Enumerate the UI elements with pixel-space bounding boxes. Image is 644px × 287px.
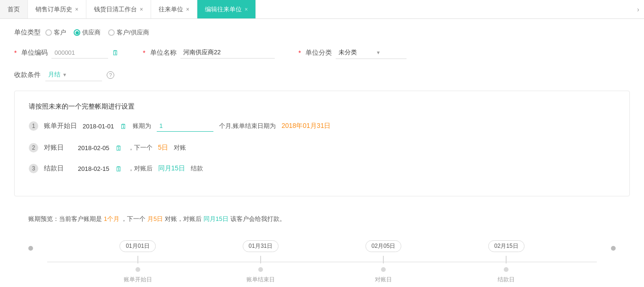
tab-sales-order-label: 销售订单历史 <box>35 5 72 14</box>
cond-num-2: 2 <box>29 143 38 152</box>
radio-supplier-circle <box>74 29 80 36</box>
cond-label-1: 账单开始日 <box>44 122 77 130</box>
category-label: 单位分类 <box>305 49 332 57</box>
timeline-node-4: 02月15日 结款日 <box>488 240 525 284</box>
close-sales-order-icon[interactable]: × <box>75 6 78 13</box>
cond-row-3: 3 结款日 2018-02-15 🗓 ，对账后 同月15日 结款 <box>29 164 615 173</box>
main-content: 单位类型 客户 供应商 客户/供应商 * 单位编码 🗓 * 单位名称 <box>0 19 644 287</box>
payment-select[interactable]: 月结 ▼ <box>45 68 102 81</box>
timeline-label-2: 账单结束日 <box>246 276 275 284</box>
cond-calendar-1[interactable]: 🗓 <box>120 122 127 130</box>
payment-row: 收款条件 月结 ▼ ? <box>14 68 630 81</box>
condition-card: 请按照未来的一个完整帐期进行设置 1 账单开始日 2018-01-01 🗓 账期… <box>14 91 630 196</box>
name-label: 单位名称 <box>150 49 177 57</box>
radio-supplier[interactable]: 供应商 <box>74 28 101 37</box>
cond-label-3: 结款日 <box>44 164 72 173</box>
timeline-dot-2 <box>258 267 263 272</box>
timeline-badge-4: 02月15日 <box>488 240 525 252</box>
unit-type-label: 单位类型 <box>14 28 41 37</box>
category-dropdown-arrow: ▼ <box>376 50 381 55</box>
timeline-stem-1 <box>137 256 138 263</box>
timeline-left-end <box>28 240 33 251</box>
tab-home[interactable]: 首页 <box>0 0 28 18</box>
cond-desc-1b: 个月,账单结束日期为 <box>219 122 276 130</box>
cond-row-2: 2 对账日 2018-02-05 🗓 ，下一个 5日 对账 <box>29 143 615 152</box>
timeline-stem-2 <box>260 256 261 263</box>
timeline-stem-4 <box>506 256 507 263</box>
timeline-label-4: 结款日 <box>498 276 515 284</box>
cond-end-date: 2018年01月31日 <box>281 122 330 130</box>
radio-both-label: 客户/供应商 <box>117 28 149 37</box>
cond-calendar-2[interactable]: 🗓 <box>115 144 122 152</box>
category-select[interactable]: 未分类 ▼ <box>336 46 407 59</box>
timeline-label-1: 账单开始日 <box>124 276 152 284</box>
payment-label: 收款条件 <box>14 71 41 79</box>
radio-both[interactable]: 客户/供应商 <box>108 28 149 37</box>
timeline-container: 01月01日 账单开始日 01月31日 账单结束日 02月05日 <box>28 236 616 287</box>
name-required: * <box>143 49 145 57</box>
cond-date-2: 2018-02-05 <box>78 144 110 152</box>
code-label: 单位编码 <box>21 49 48 57</box>
preview-prefix: 账期预览：当前客户账期是 <box>28 215 102 222</box>
tab-bar: 首页 销售订单历史 × 钱货日清工作台 × 往来单位 × 编辑往来单位 × › <box>0 0 644 19</box>
payment-dropdown-arrow: ▼ <box>62 72 67 77</box>
close-edit-partner-icon[interactable]: × <box>245 6 248 13</box>
name-input[interactable] <box>180 47 275 59</box>
preview-mid1: ，下一个 <box>121 215 145 222</box>
cond-desc-3b: 结款 <box>191 164 203 173</box>
preview-text: 账期预览：当前客户账期是 1个月 ，下一个 月5日 对账，对账后 同月15日 该… <box>28 213 616 224</box>
timeline-start-dot <box>28 246 33 251</box>
preview-mid2: 对账，对账后 <box>165 215 202 222</box>
cond-row-1: 1 账单开始日 2018-01-01 🗓 账期为 个月,账单结束日期为 2018… <box>29 120 615 132</box>
preview-reconcile-day: 月5日 <box>147 215 163 222</box>
timeline-right-end <box>611 240 616 251</box>
tab-home-label: 首页 <box>8 5 20 14</box>
code-required: * <box>14 49 17 57</box>
cond-calendar-3[interactable]: 🗓 <box>115 165 122 173</box>
cond-num-3: 3 <box>29 164 38 173</box>
cond-desc-2a: ，下一个 <box>128 144 153 152</box>
unit-type-radio-group: 客户 供应商 客户/供应商 <box>45 28 149 37</box>
timeline-badge-3: 02月05日 <box>365 240 402 252</box>
tab-partner-label: 往来单位 <box>159 5 183 14</box>
close-cash-workbench-icon[interactable]: × <box>140 6 143 13</box>
tab-expand-button[interactable]: › <box>632 0 644 18</box>
cond-date-1: 2018-01-01 <box>83 123 114 130</box>
timeline-badge-1: 01月01日 <box>119 240 156 252</box>
tab-cash-workbench[interactable]: 钱货日清工作台 × <box>86 0 151 18</box>
timeline-node-1: 01月01日 账单开始日 <box>119 240 156 284</box>
cond-desc-3a: ，对账后 <box>128 164 153 173</box>
code-field-group: * 单位编码 🗓 <box>14 47 119 59</box>
code-calendar-icon[interactable]: 🗓 <box>112 49 119 57</box>
unit-type-row: 单位类型 客户 供应商 客户/供应商 <box>14 28 630 37</box>
category-field-group: * 单位分类 未分类 ▼ <box>298 46 407 59</box>
radio-customer-label: 客户 <box>54 28 66 37</box>
tab-cash-workbench-label: 钱货日清工作台 <box>94 5 137 14</box>
timeline-badge-2: 01月31日 <box>243 240 279 252</box>
payment-help-icon[interactable]: ? <box>107 71 114 79</box>
tab-edit-partner[interactable]: 编辑往来单位 × <box>197 0 256 18</box>
cond-num-1: 1 <box>29 121 38 131</box>
basic-info-row: * 单位编码 🗓 * 单位名称 * 单位分类 未分类 ▼ <box>14 46 630 59</box>
cond-label-2: 对账日 <box>44 144 72 152</box>
category-required: * <box>298 49 301 57</box>
preview-suffix: 该客户会给我打款。 <box>230 215 286 222</box>
preview-settle-day: 同月15日 <box>203 215 229 222</box>
cond-desc-1a: 账期为 <box>133 122 151 130</box>
radio-customer[interactable]: 客户 <box>45 28 66 37</box>
radio-both-circle <box>108 29 115 36</box>
preview-period: 1个月 <box>104 215 119 222</box>
close-partner-icon[interactable]: × <box>186 6 189 13</box>
period-input[interactable] <box>157 120 213 132</box>
timeline-dot-3 <box>381 267 386 272</box>
tab-partner[interactable]: 往来单位 × <box>151 0 197 18</box>
name-field-group: * 单位名称 <box>143 47 274 59</box>
code-input[interactable] <box>51 47 108 59</box>
tab-sales-order[interactable]: 销售订单历史 × <box>28 0 86 18</box>
timeline-label-3: 对账日 <box>375 276 392 284</box>
card-title: 请按照未来的一个完整帐期进行设置 <box>29 102 615 111</box>
timeline-node-2: 01月31日 账单结束日 <box>243 240 279 284</box>
preview-section: 账期预览：当前客户账期是 1个月 ，下一个 月5日 对账，对账后 同月15日 该… <box>14 206 630 287</box>
category-value: 未分类 <box>339 48 357 57</box>
timeline-end-dot <box>611 246 616 251</box>
